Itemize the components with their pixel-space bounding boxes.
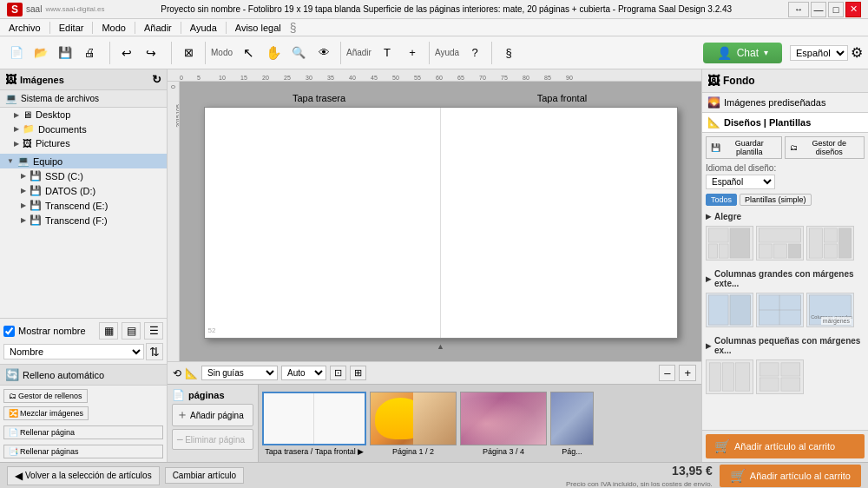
- filter-tab-todos[interactable]: Todos: [706, 194, 737, 206]
- guides-select[interactable]: Sin guías Mostrar guías: [201, 366, 278, 380]
- tree-icon-te: 💾: [30, 200, 42, 211]
- template-thumb-2[interactable]: [756, 226, 804, 260]
- toolbar-add-img-btn[interactable]: +: [401, 42, 424, 64]
- tree-item-equipo[interactable]: ▼ 💻 Equipo: [0, 154, 167, 168]
- price-note: Precio con IVA incluido, sin los costes …: [566, 480, 713, 488]
- rp-imagenes-tab[interactable]: 🌄 Imágenes prediseñadas: [702, 93, 868, 113]
- template-col-p-2[interactable]: [756, 359, 804, 394]
- tree-item-pictures[interactable]: ▶ 🖼 Pictures: [0, 136, 167, 150]
- chat-button[interactable]: 👤 Chat ▾: [703, 43, 782, 63]
- template-col-g-1[interactable]: [706, 293, 753, 327]
- page-back[interactable]: 52: [205, 108, 441, 338]
- menu-aviso-legal[interactable]: Aviso legal: [230, 21, 286, 35]
- view-icon-list[interactable]: ☰: [144, 322, 163, 340]
- save-template-btn[interactable]: 💾 Guardar plantilla: [706, 136, 782, 159]
- toolbar-eye-btn[interactable]: 👁: [312, 42, 335, 64]
- menu-modo[interactable]: Modo: [96, 21, 131, 35]
- gestor-rellenos-btn[interactable]: 🗂 Gestor de rellenos: [3, 389, 88, 403]
- thumb-cover[interactable]: Tapa trasera / Tapa frontal ▶: [262, 392, 366, 456]
- rp-diseños-tab[interactable]: 📐 Diseños | Plantillas: [702, 113, 868, 133]
- template-thumb-3[interactable]: [806, 226, 854, 260]
- canvas-tool-2[interactable]: ⊞: [350, 366, 366, 380]
- tree-item-desktop[interactable]: ▶ 🖥 Desktop: [0, 108, 167, 122]
- canvas-area[interactable]: Tapa trasera Tapa frontal 52 ▲: [180, 82, 701, 361]
- view-icon-medium[interactable]: ▤: [122, 322, 141, 340]
- toolbar: 📄 📂 💾 🖨 ↩ ↪ ⊠ Modo ↖ ✋ 🔍 👁 Añadir T + Ay…: [0, 36, 868, 69]
- section-col-grandes: ▶ Columnas grandes con márgenes exte...: [706, 267, 865, 330]
- thumb-p3[interactable]: Página 3 / 4: [460, 392, 547, 456]
- toolbar-zoom-btn[interactable]: 🔍: [287, 42, 310, 64]
- toolbar-print-btn[interactable]: 🖨: [78, 42, 101, 64]
- mezclar-imagenes-btn[interactable]: 🔀 Mezclar imágenes: [3, 406, 89, 420]
- menu-añadir[interactable]: Añadir: [139, 21, 177, 35]
- canvas-pages[interactable]: 52: [204, 107, 678, 339]
- toolbar-redo-btn[interactable]: ↪: [140, 42, 162, 64]
- idioma-label: Idioma del diseño:: [706, 163, 865, 173]
- gestor-diseños-btn[interactable]: 🗂 Gestor de diseños: [785, 136, 865, 159]
- toolbar-move-btn[interactable]: ✋: [262, 42, 285, 64]
- window-close-btn[interactable]: ✕: [845, 2, 861, 17]
- template-col-p-1[interactable]: [706, 359, 753, 394]
- canvas-toolbar: ⟲ 📐 Sin guías Mostrar guías Auto 50% 100…: [168, 361, 701, 384]
- toolbar-pointer-btn[interactable]: ↖: [237, 42, 260, 64]
- zoom-out-btn[interactable]: –: [659, 365, 675, 381]
- thumb-p5[interactable]: Pág...: [550, 392, 594, 456]
- sort-direction-btn[interactable]: ⇅: [146, 343, 163, 360]
- view-icon-grid[interactable]: ▦: [99, 322, 118, 340]
- menu-editar[interactable]: Editar: [54, 21, 89, 35]
- toolbar-legal-btn[interactable]: §: [497, 42, 520, 64]
- menu-ayuda[interactable]: Ayuda: [185, 21, 222, 35]
- back-btn[interactable]: ◀ Volver a la selección de artículos: [7, 466, 160, 485]
- refresh-icon[interactable]: ↻: [152, 73, 161, 86]
- svg-rect-2: [720, 244, 728, 258]
- language-select[interactable]: Español English Deutsch: [790, 45, 848, 61]
- template-thumb-1[interactable]: [706, 226, 753, 260]
- saal-logo: S: [7, 3, 23, 16]
- sort-field-select[interactable]: Nombre Fecha Tamaño: [3, 344, 144, 359]
- window-connect-btn[interactable]: ↔: [788, 2, 809, 17]
- menu-separator-5: [226, 22, 227, 34]
- section-alegre-header[interactable]: ▶ Alegre: [706, 210, 865, 223]
- rellenar-paginas-btn[interactable]: 📑 Rellenar páginas: [3, 445, 163, 458]
- thumb-p1[interactable]: Página 1 / 2: [370, 392, 457, 456]
- cover-thumb-label: Tapa trasera / Tapa frontal ▶: [265, 447, 363, 456]
- toolbar-save-btn[interactable]: 💾: [54, 42, 76, 64]
- window-maximize-btn[interactable]: □: [828, 2, 844, 17]
- tree-item-transcend-f[interactable]: ▶ 💾 Transcend (F:): [0, 213, 167, 228]
- zoom-in-btn[interactable]: +: [679, 365, 696, 381]
- show-name-checkbox[interactable]: [3, 326, 15, 337]
- canvas-tool-1[interactable]: ⊡: [330, 366, 346, 380]
- template-col-g-3[interactable]: Columnas grandes márgenes: [806, 293, 854, 327]
- rellenar-pagina-btn[interactable]: 📄 Rellenar página: [3, 425, 163, 439]
- section-col-grandes-header[interactable]: ▶ Columnas grandes con márgenes exte...: [706, 267, 865, 290]
- section-col-pequeñas-header[interactable]: ▶ Columnas pequeñas con márgenes ex...: [706, 334, 865, 357]
- toolbar-open-btn[interactable]: 📂: [30, 42, 52, 64]
- gear-button[interactable]: ⚙: [851, 44, 863, 61]
- toolbar-sep-6: [491, 42, 492, 64]
- tree-item-documents[interactable]: ▶ 📁 Documents: [0, 122, 167, 136]
- add-page-btn[interactable]: ＋ Añadir página: [172, 404, 253, 426]
- toolbar-help-btn[interactable]: ?: [464, 42, 486, 64]
- remove-page-btn[interactable]: − Eliminar página: [172, 429, 253, 450]
- tree-item-datos-d[interactable]: ▶ 💾 DATOS (D:): [0, 183, 167, 198]
- change-btn[interactable]: Cambiar artículo: [165, 467, 244, 484]
- menu-archivo[interactable]: Archivo: [3, 21, 46, 35]
- menubar: Archivo Editar Modo Añadir Ayuda Aviso l…: [0, 19, 868, 36]
- remove-page-label: Eliminar página: [185, 435, 245, 445]
- toolbar-add-text-btn[interactable]: T: [376, 42, 398, 64]
- tree-item-ssd-c[interactable]: ▶ 💾 SSD (C:): [0, 168, 167, 183]
- page-front[interactable]: [441, 108, 677, 338]
- zoom-mode-select[interactable]: Auto 50% 100%: [281, 366, 326, 380]
- svg-rect-19: [709, 363, 720, 391]
- window-minimize-btn[interactable]: —: [811, 2, 826, 17]
- filter-tab-plantillas[interactable]: Plantillas (simple): [740, 194, 812, 206]
- template-col-g-2[interactable]: [756, 293, 804, 327]
- toolbar-new-btn[interactable]: 📄: [5, 42, 28, 64]
- tree-item-transcend-e[interactable]: ▶ 💾 Transcend (E:): [0, 198, 167, 213]
- toolbar-undo-btn[interactable]: ↩: [115, 42, 138, 64]
- toolbar-crop-btn[interactable]: ⊠: [177, 42, 200, 64]
- idioma-select[interactable]: Español English: [706, 175, 775, 189]
- cart-btn[interactable]: 🛒 Añadir artículo al carrito: [720, 465, 861, 487]
- thumb-cover-arrow[interactable]: ▶: [358, 447, 364, 456]
- add-to-cart-btn[interactable]: 🛒 Añadir artículo al carrito: [706, 434, 865, 458]
